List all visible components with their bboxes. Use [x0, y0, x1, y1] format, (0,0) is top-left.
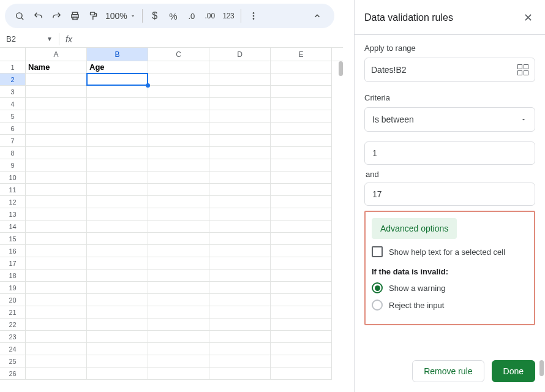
- criteria-value-1-field[interactable]: [364, 141, 535, 165]
- cell[interactable]: [26, 74, 87, 86]
- row-header[interactable]: 22: [0, 318, 26, 331]
- row-header[interactable]: 2: [0, 74, 26, 86]
- cell[interactable]: [26, 86, 87, 98]
- cell[interactable]: [209, 294, 271, 306]
- cell[interactable]: [87, 294, 148, 306]
- cell[interactable]: [26, 221, 87, 233]
- cell[interactable]: [87, 233, 148, 245]
- currency-icon[interactable]: $: [146, 7, 164, 24]
- cell[interactable]: [148, 368, 209, 380]
- cell[interactable]: [271, 282, 332, 294]
- cell[interactable]: [209, 196, 271, 208]
- row-header[interactable]: 23: [0, 331, 26, 343]
- percent-icon[interactable]: %: [165, 7, 182, 24]
- cell[interactable]: [87, 172, 148, 184]
- cell[interactable]: [87, 245, 148, 257]
- cell[interactable]: [26, 257, 87, 270]
- apply-to-range-field[interactable]: [364, 58, 535, 82]
- cell[interactable]: [148, 294, 209, 306]
- cell[interactable]: [87, 306, 148, 318]
- row-header[interactable]: 1: [0, 61, 26, 74]
- cell[interactable]: [148, 159, 209, 172]
- paint-format-icon[interactable]: [85, 7, 102, 24]
- cell[interactable]: [209, 172, 271, 184]
- cell[interactable]: [26, 282, 87, 294]
- row-header[interactable]: 19: [0, 282, 26, 294]
- column-header[interactable]: E: [271, 48, 332, 61]
- cell[interactable]: [148, 233, 209, 245]
- cell[interactable]: [26, 331, 87, 343]
- show-help-text-checkbox[interactable]: [372, 246, 383, 257]
- cell[interactable]: [87, 135, 148, 147]
- remove-rule-button[interactable]: Remove rule: [412, 360, 484, 382]
- cell[interactable]: [26, 184, 87, 196]
- row-header[interactable]: 4: [0, 98, 26, 110]
- cell[interactable]: [87, 184, 148, 196]
- cell[interactable]: [271, 61, 332, 74]
- criteria-value-2-field[interactable]: [364, 183, 535, 206]
- cell[interactable]: [271, 147, 332, 159]
- cell[interactable]: [87, 282, 148, 294]
- cell[interactable]: [271, 221, 332, 233]
- row-header[interactable]: 7: [0, 135, 26, 147]
- cell[interactable]: [148, 135, 209, 147]
- cell[interactable]: [26, 245, 87, 257]
- cell[interactable]: [209, 74, 271, 86]
- cell[interactable]: [26, 270, 87, 282]
- cell[interactable]: [148, 208, 209, 221]
- row-header[interactable]: 15: [0, 233, 26, 245]
- row-header[interactable]: 5: [0, 110, 26, 123]
- cell[interactable]: [87, 368, 148, 380]
- criteria-dropdown[interactable]: Is between: [364, 107, 535, 132]
- cell[interactable]: [209, 318, 271, 331]
- row-header[interactable]: 26: [0, 368, 26, 380]
- cell[interactable]: [148, 98, 209, 110]
- redo-icon[interactable]: [48, 7, 65, 24]
- cell[interactable]: [271, 110, 332, 123]
- cell[interactable]: [87, 98, 148, 110]
- row-header[interactable]: 12: [0, 196, 26, 208]
- cell[interactable]: [87, 74, 148, 86]
- row-header[interactable]: 9: [0, 159, 26, 172]
- select-all-corner[interactable]: [0, 48, 26, 61]
- column-header[interactable]: C: [148, 48, 209, 61]
- apply-to-range-input[interactable]: [371, 65, 517, 75]
- cell[interactable]: [271, 343, 332, 355]
- cell[interactable]: [271, 196, 332, 208]
- cell[interactable]: [87, 318, 148, 331]
- cell[interactable]: [26, 123, 87, 135]
- undo-icon[interactable]: [29, 7, 47, 24]
- cell[interactable]: [209, 184, 271, 196]
- cell[interactable]: [271, 123, 332, 135]
- spreadsheet-grid[interactable]: ABCDE 1NameAge23456789101112131415161718…: [0, 48, 343, 380]
- show-help-text-checkbox-row[interactable]: Show help text for a selected cell: [372, 246, 528, 257]
- vertical-scrollbar-thumb[interactable]: [339, 61, 343, 76]
- column-header[interactable]: D: [209, 48, 271, 61]
- cell[interactable]: [26, 172, 87, 184]
- cell[interactable]: [26, 208, 87, 221]
- cell[interactable]: [148, 123, 209, 135]
- cell[interactable]: [87, 147, 148, 159]
- cell[interactable]: [271, 233, 332, 245]
- cell[interactable]: [271, 270, 332, 282]
- row-header[interactable]: 10: [0, 172, 26, 184]
- show-warning-radio-row[interactable]: Show a warning: [372, 282, 528, 293]
- cell[interactable]: [271, 294, 332, 306]
- increase-decimal-icon[interactable]: .00: [201, 7, 219, 24]
- cell[interactable]: [209, 270, 271, 282]
- cell[interactable]: [26, 159, 87, 172]
- cell[interactable]: [148, 245, 209, 257]
- column-header[interactable]: A: [26, 48, 87, 61]
- cell[interactable]: [209, 233, 271, 245]
- cell[interactable]: [271, 355, 332, 368]
- cell[interactable]: [87, 270, 148, 282]
- decrease-decimal-icon[interactable]: .0: [183, 7, 200, 24]
- select-range-icon[interactable]: [517, 64, 528, 75]
- more-toolbar-icon[interactable]: [245, 7, 262, 24]
- cell[interactable]: [87, 110, 148, 123]
- cell[interactable]: [87, 221, 148, 233]
- cell[interactable]: [26, 306, 87, 318]
- cell[interactable]: [209, 245, 271, 257]
- cell[interactable]: [148, 221, 209, 233]
- row-header[interactable]: 21: [0, 306, 26, 318]
